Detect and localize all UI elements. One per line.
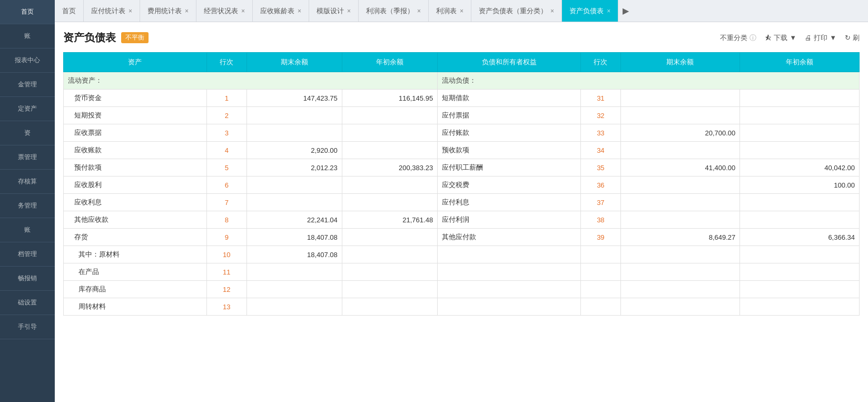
cell-year-balance2: 40,042.00 <box>740 159 860 177</box>
cell-end-balance2 <box>620 281 740 298</box>
cell-year-balance <box>342 229 437 246</box>
tab-close-icon[interactable]: × <box>185 7 189 15</box>
tab-close-icon[interactable]: × <box>550 7 554 15</box>
col-header-row-num: 行次 <box>206 53 246 72</box>
table-row: 周转材料 13 <box>64 298 860 316</box>
cell-end-balance <box>246 177 342 194</box>
sidebar-item-fund-mgmt[interactable]: 金管理 <box>0 73 55 97</box>
action-classify[interactable]: 不重分类 ⓘ <box>720 33 756 43</box>
cell-end-balance2 <box>620 177 740 194</box>
cell-row-num: 2 <box>206 107 246 124</box>
cell-end-balance2 <box>620 107 740 124</box>
tab-payable-stat[interactable]: 应付统计表 × <box>84 0 140 22</box>
cell-row-num2 <box>581 298 621 316</box>
tab-profit[interactable]: 利润表 × <box>429 0 471 22</box>
cell-row-num2: 37 <box>581 194 621 211</box>
table-row: 其中：原材料 10 18,407.08 <box>64 246 860 263</box>
chevron-down-icon: ▼ <box>830 34 836 42</box>
tab-receivable-aging[interactable]: 应收账龄表 × <box>253 0 309 22</box>
tab-close-icon[interactable]: × <box>298 7 301 15</box>
cell-asset: 其他应收款 <box>64 211 207 229</box>
download-icon: ⯪ <box>765 34 772 42</box>
col-header-year-start-balance: 年初余额 <box>342 53 437 72</box>
cell-row-num: 6 <box>206 177 246 194</box>
tab-close-icon[interactable]: × <box>460 7 463 15</box>
page-title: 资产负债表 <box>63 31 116 45</box>
sidebar-item-ticket-mgmt[interactable]: 票管理 <box>0 145 55 170</box>
tab-close-icon[interactable]: × <box>129 7 132 15</box>
tab-balance-reclassified[interactable]: 资产负债表（重分类） × <box>471 0 562 22</box>
sidebar-item-home[interactable]: 首页 <box>0 0 55 24</box>
sidebar-item-archive[interactable]: 档管理 <box>0 242 55 267</box>
info-icon: ⓘ <box>749 33 756 43</box>
cell-end-balance2 <box>620 298 740 316</box>
cell-row-num: 4 <box>206 142 246 159</box>
sidebar-item-inventory[interactable]: 存核算 <box>0 170 55 194</box>
sidebar-item-settings[interactable]: 础设置 <box>0 291 55 315</box>
cell-asset: 周转材料 <box>64 298 207 316</box>
table-row: 应收票据 3 应付账款 33 20,700.00 <box>64 124 860 142</box>
sidebar-item-fixed-assets[interactable]: 定资产 <box>0 97 55 121</box>
cell-row-num: 8 <box>206 211 246 229</box>
cell-row-num2: 31 <box>581 90 621 107</box>
cell-year-balance <box>342 263 437 281</box>
tab-home[interactable]: 首页 <box>55 0 84 22</box>
cell-year-balance2 <box>740 142 860 159</box>
badge-unbalanced: 不平衡 <box>121 32 149 43</box>
cell-end-balance: 18,407.08 <box>246 246 342 263</box>
cell-row-num2: 34 <box>581 142 621 159</box>
cell-row-num2 <box>581 263 621 281</box>
table-row: 在产品 11 <box>64 263 860 281</box>
sidebar-item-investment[interactable]: 资 <box>0 121 55 145</box>
sidebar-item-expense[interactable]: 畅报销 <box>0 267 55 291</box>
sidebar-item-ledger[interactable]: 账 <box>0 218 55 242</box>
cell-row-num: 12 <box>206 281 246 298</box>
col-header-year-start-balance2: 年初余额 <box>740 53 860 72</box>
tab-balance[interactable]: 资产负债表 × <box>562 0 618 22</box>
action-refresh[interactable]: ↻ 刷 <box>845 33 860 43</box>
cell-year-balance2 <box>740 263 860 281</box>
tab-close-icon[interactable]: × <box>347 7 351 15</box>
tab-close-icon[interactable]: × <box>241 7 245 15</box>
action-download[interactable]: ⯪ 下载 ▼ <box>765 33 796 43</box>
cell-liability: 应付票据 <box>438 107 581 124</box>
section-liability-label: 流动负债： <box>438 72 860 90</box>
sidebar-item-report-center[interactable]: 报表中心 <box>0 48 55 73</box>
cell-row-num: 9 <box>206 229 246 246</box>
cell-row-num2 <box>581 281 621 298</box>
cell-end-balance <box>246 107 342 124</box>
col-header-row-num2: 行次 <box>581 53 621 72</box>
tab-close-icon[interactable]: × <box>607 7 610 15</box>
cell-liability <box>438 246 581 263</box>
cell-liability: 其他应付款 <box>438 229 581 246</box>
table-row: 应收账款 4 2,920.00 预收款项 34 <box>64 142 860 159</box>
col-header-end-balance2: 期末余额 <box>620 53 740 72</box>
cell-end-balance <box>246 298 342 316</box>
sidebar-item-account[interactable]: 账 <box>0 24 55 48</box>
cell-year-balance <box>342 298 437 316</box>
sidebar-item-tax-mgmt[interactable]: 务管理 <box>0 194 55 218</box>
content-area: 资产负债表 不平衡 不重分类 ⓘ ⯪ 下载 ▼ 🖨 打印 ▼ <box>55 22 868 402</box>
cell-year-balance <box>342 246 437 263</box>
cell-asset: 短期投资 <box>64 107 207 124</box>
table-row: 库存商品 12 <box>64 281 860 298</box>
cell-row-num: 5 <box>206 159 246 177</box>
tab-nav-right-arrow[interactable]: ▶ <box>618 6 633 16</box>
cell-end-balance2 <box>620 194 740 211</box>
tab-expense-stat[interactable]: 费用统计表 × <box>140 0 196 22</box>
tab-operation-stat[interactable]: 经营状况表 × <box>196 0 253 22</box>
cell-liability: 应付利润 <box>438 211 581 229</box>
cell-asset: 其中：原材料 <box>64 246 207 263</box>
cell-liability <box>438 281 581 298</box>
cell-end-balance2 <box>620 90 740 107</box>
sidebar-item-guide[interactable]: 手引导 <box>0 315 55 339</box>
cell-end-balance2 <box>620 263 740 281</box>
cell-year-balance: 116,145.95 <box>342 90 437 107</box>
table-row: 短期投资 2 应付票据 32 <box>64 107 860 124</box>
cell-year-balance <box>342 142 437 159</box>
tab-template-design[interactable]: 模版设计 × <box>309 0 359 22</box>
tab-close-icon[interactable]: × <box>417 7 421 15</box>
tab-profit-quarterly[interactable]: 利润表（季报） × <box>359 0 429 22</box>
action-print[interactable]: 🖨 打印 ▼ <box>805 33 836 43</box>
cell-end-balance2: 20,700.00 <box>620 124 740 142</box>
